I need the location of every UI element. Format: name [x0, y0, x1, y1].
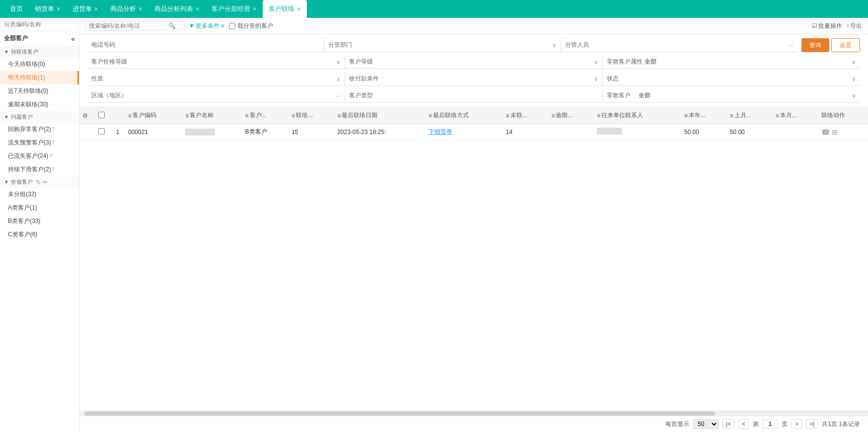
- table-last-month-th[interactable]: ≡ 上月...: [727, 107, 773, 124]
- filter-row-2: 客户价格等级 ∨ 客户等级 ∨ 零散客户属性 全部 ∨: [87, 55, 860, 69]
- row-code[interactable]: 000021: [125, 124, 182, 140]
- sidebar-item-repurchase-abnormal[interactable]: 回购异常客户(2) ?: [0, 123, 79, 136]
- status-arrow-icon: ∨: [852, 75, 856, 82]
- person-dots-icon[interactable]: ···: [789, 42, 794, 49]
- refresh-icon[interactable]: ↻: [36, 179, 41, 186]
- sidebar-item-week-contact[interactable]: 近7天待联络(0): [0, 84, 79, 98]
- table-last-contact-method-th[interactable]: ≡ 最后联络方式: [426, 107, 503, 124]
- customer-grade-arrow-icon: ∨: [594, 59, 598, 66]
- all-customers-header[interactable]: 全部客户 «: [0, 31, 79, 46]
- edit-icon[interactable]: ✏: [43, 179, 48, 186]
- close-product-analysis-icon[interactable]: ✕: [138, 6, 143, 12]
- per-page-select[interactable]: 50 100: [693, 419, 719, 429]
- my-customers-check[interactable]: [229, 23, 235, 29]
- table-last-contact-date-th[interactable]: ≡ 最后联络日期: [334, 107, 426, 124]
- table-contact-th[interactable]: ≡ 联络...: [289, 107, 334, 124]
- last-page-btn[interactable]: >|: [806, 419, 818, 429]
- row-qr-icon[interactable]: ⊞: [832, 128, 838, 136]
- nav-product-analysis-list[interactable]: 商品分析列表 ✕: [148, 0, 206, 18]
- close-sales-order-icon[interactable]: ✕: [56, 6, 61, 12]
- pending-contact-group[interactable]: ▼ 待联络客户: [0, 46, 79, 58]
- batch-ops-btn[interactable]: ☑ 批量操作: [812, 22, 842, 30]
- row-select-checkbox[interactable]: [98, 128, 105, 135]
- row-settings: [79, 124, 95, 140]
- filter-search-input[interactable]: [89, 22, 168, 29]
- more-conditions-btn[interactable]: ▼ 更多条件 ∧: [189, 22, 225, 30]
- sidebar-item-overdue-contact[interactable]: 逾期未联络(30): [0, 98, 79, 111]
- dept-filter: 分管部门 ∨: [324, 38, 561, 52]
- table-overdue-th[interactable]: ≡ 逾期...: [548, 107, 594, 124]
- row-name[interactable]: [182, 124, 242, 140]
- next-page-btn[interactable]: >: [792, 419, 802, 429]
- table-settings-th[interactable]: ⚙: [79, 107, 95, 124]
- more-conditions-chevron: ∧: [220, 22, 225, 29]
- retail-attr-value[interactable]: 全部: [645, 58, 850, 66]
- prev-page-btn[interactable]: <: [738, 419, 749, 429]
- problem-customers-group[interactable]: ▼ 问题客户: [0, 111, 79, 123]
- close-product-analysis-list-icon[interactable]: ✕: [195, 6, 200, 12]
- sidebar-item-class-c[interactable]: C类客户(6): [0, 228, 79, 241]
- value-grade-filter: 客户价格等级 ∨: [87, 55, 345, 69]
- first-page-btn[interactable]: |<: [723, 419, 734, 429]
- payment-filter: 收付款条件 ∨: [345, 72, 602, 86]
- nav-customer-contact[interactable]: 客户联络 ✕: [263, 0, 307, 18]
- retail-customer-value[interactable]: 全部: [639, 91, 850, 100]
- scrollbar-thumb[interactable]: [84, 412, 715, 416]
- table-footer: 每页显示 50 100 |< < 第 页 > >| 共1页 1条记录: [79, 416, 868, 432]
- nav-home[interactable]: 首页: [4, 4, 29, 13]
- sidebar-item-continuous-decline[interactable]: 持续下滑客户(2) ?: [0, 163, 79, 176]
- sidebar-item-tomorrow-contact[interactable]: 明天待联络(1): [0, 71, 79, 84]
- nav-customer-tier[interactable]: 客户分层经营 ✕: [206, 0, 263, 18]
- sidebar-item-ungrouped[interactable]: 未分组(32): [0, 188, 79, 201]
- value-customers-arrow: ▼: [4, 179, 9, 185]
- table-unit-contact-th[interactable]: ≡ 往来单位联系人: [594, 107, 681, 124]
- table-name-th[interactable]: ≡ 客户名称: [182, 107, 242, 124]
- table-type-th[interactable]: ≡ 客户...: [242, 107, 289, 124]
- row-phone-icon[interactable]: ☎: [821, 128, 830, 136]
- sidebar-item-already-lost[interactable]: 已流失客户(24) ?: [0, 149, 79, 163]
- nav-product-analysis[interactable]: 商品分析 ✕: [104, 0, 148, 18]
- page-input[interactable]: [763, 420, 778, 429]
- filter-right-actions: ☑ 批量操作 ↑ 导出: [812, 22, 862, 30]
- col-uc-sort-icon: ≡: [597, 112, 600, 119]
- close-customer-tier-icon[interactable]: ✕: [252, 6, 257, 12]
- close-purchase-order-icon[interactable]: ✕: [94, 6, 98, 12]
- horizontal-scrollbar[interactable]: [79, 411, 868, 416]
- region-dots-icon[interactable]: ···: [336, 92, 341, 99]
- repurchase-help-icon: ?: [52, 127, 55, 132]
- retail-attr-filter: 零散客户属性 全部 ∨: [603, 55, 860, 69]
- row-checkbox[interactable]: [95, 124, 110, 140]
- table-code-th[interactable]: ≡ 客户编码: [125, 107, 182, 124]
- row-no-contact: 14: [503, 124, 548, 140]
- table-no-contact-th[interactable]: ≡ 未联...: [503, 107, 548, 124]
- close-customer-contact-icon[interactable]: ✕: [296, 6, 301, 12]
- row-last-contact-method[interactable]: 下销货单: [426, 124, 503, 140]
- select-all-checkbox[interactable]: [98, 112, 105, 118]
- query-button[interactable]: 查询: [801, 38, 829, 52]
- value-customers-group[interactable]: ▼ 价值客户 ↻ ✏: [0, 176, 79, 188]
- sidebar-item-lost-warning[interactable]: 流失预警客户(3) ?: [0, 136, 79, 149]
- all-customers-label: 全部客户: [4, 34, 28, 43]
- dept-arrow-icon: ∨: [552, 42, 557, 49]
- table-checkbox-th[interactable]: [95, 107, 110, 124]
- customer-grade-label: 客户等级: [349, 58, 379, 66]
- sidebar-search-input[interactable]: [4, 21, 78, 28]
- value-grade-label: 客户价格等级: [91, 58, 127, 66]
- col-lcm-sort-icon: ≡: [429, 112, 432, 119]
- export-btn[interactable]: ↑ 导出: [846, 22, 862, 30]
- filter-search-icon[interactable]: 🔍: [168, 22, 176, 29]
- table-this-year-th[interactable]: ≡ 本年...: [681, 107, 727, 124]
- sidebar-item-today-contact[interactable]: 今天待联络(0): [0, 58, 79, 71]
- sidebar-item-class-b[interactable]: B类客户(33): [0, 215, 79, 228]
- nav-purchase-order[interactable]: 进货单 ✕: [67, 0, 104, 18]
- page-label: 第: [753, 420, 759, 429]
- my-customers-checkbox[interactable]: 我分管的客户: [229, 22, 273, 30]
- sidebar-item-class-a[interactable]: A类客户(1): [0, 201, 79, 215]
- row-actions: ☎ ⊞: [818, 124, 868, 140]
- nav-sales-order[interactable]: 销货单 ✕: [29, 0, 67, 18]
- sidebar-collapse-icon[interactable]: «: [71, 35, 75, 43]
- col-lm-sort-icon: ≡: [730, 112, 733, 119]
- filter-row-4: 区域（地区） ··· 客户类型 零散客户 全部 ∨: [87, 89, 860, 103]
- reset-button[interactable]: 设置: [831, 38, 860, 52]
- table-this-month-th[interactable]: ≡ 本月...: [773, 107, 818, 124]
